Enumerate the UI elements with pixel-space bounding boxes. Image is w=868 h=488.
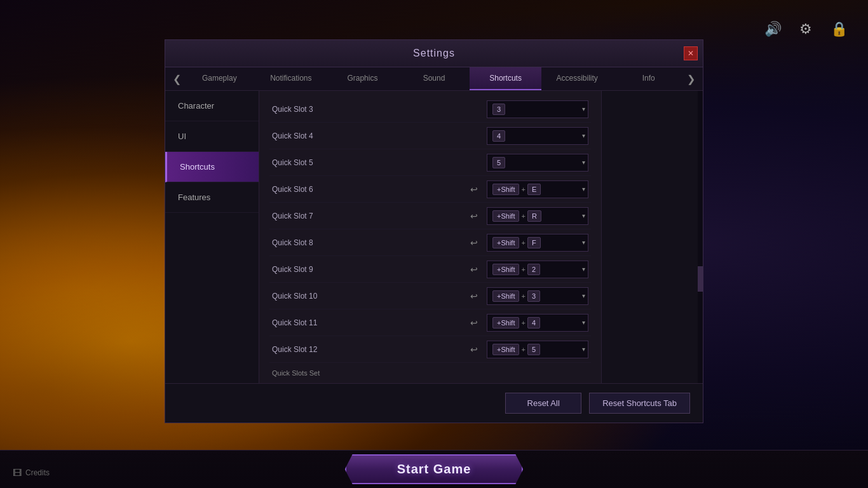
reset-icon-qs10[interactable]: ↩ xyxy=(466,288,482,304)
shortcut-row-qs5: Quick Slot 5 5 xyxy=(269,149,591,176)
close-button[interactable]: ✕ xyxy=(684,46,698,60)
key-binding-qs8[interactable]: +Shift + F xyxy=(487,234,588,252)
reset-icon-qs9[interactable]: ↩ xyxy=(466,262,482,277)
sidebar-item-ui[interactable]: UI xyxy=(165,121,259,152)
key-plus-qs12: + xyxy=(521,346,525,353)
content-scroll[interactable]: Quick Slot 3 3 Quick Slot 4 4 xyxy=(259,91,601,383)
key-tag-qs6-1: E xyxy=(527,184,541,195)
sidebar-item-features[interactable]: Features xyxy=(165,182,259,213)
key-binding-qs3[interactable]: 3 xyxy=(487,100,588,118)
shortcut-label-qs4: Quick Slot 4 xyxy=(272,132,487,140)
settings-modal: Settings ✕ ❮ Gameplay Notifications Grap… xyxy=(165,39,703,423)
reset-icon-qs7[interactable]: ↩ xyxy=(466,208,482,224)
shortcut-label-qs5: Quick Slot 5 xyxy=(272,158,487,167)
shortcut-label-qs8: Quick Slot 8 xyxy=(272,238,466,247)
shortcut-row-qs9: Quick Slot 9 ↩ +Shift + 2 xyxy=(269,256,591,283)
key-tag-qs9-1: 2 xyxy=(527,264,540,275)
shortcut-row-qs12: Quick Slot 12 ↩ +Shift + 5 xyxy=(269,336,591,363)
modal-header: Settings ✕ xyxy=(165,40,703,67)
key-tag-qs10-1: 3 xyxy=(527,290,540,302)
tab-arrow-right[interactable]: ❯ xyxy=(684,68,698,90)
key-tag-qs9-0: +Shift xyxy=(492,264,519,275)
modal-overlay: Settings ✕ ❮ Gameplay Notifications Grap… xyxy=(0,0,868,488)
tab-info[interactable]: Info xyxy=(613,67,684,90)
shortcut-label-qs12: Quick Slot 12 xyxy=(272,345,466,354)
shortcut-label-qs7: Quick Slot 7 xyxy=(272,212,466,220)
key-tag-qs6-0: +Shift xyxy=(492,184,519,195)
right-panel xyxy=(601,91,703,383)
key-tag-qs8-1: F xyxy=(527,237,541,248)
tab-accessibility[interactable]: Accessibility xyxy=(541,67,613,90)
key-plus-qs6: + xyxy=(521,186,525,193)
key-plus-qs8: + xyxy=(521,239,525,247)
key-binding-qs7[interactable]: +Shift + R xyxy=(487,207,588,225)
tab-bar: ❮ Gameplay Notifications Graphics Sound … xyxy=(165,67,703,91)
shortcut-row-qs3: Quick Slot 3 3 xyxy=(269,96,591,123)
shortcut-row-qs11: Quick Slot 11 ↩ +Shift + 4 xyxy=(269,309,591,336)
tab-sound[interactable]: Sound xyxy=(398,67,470,90)
key-plus-qs9: + xyxy=(521,266,525,273)
key-binding-qs9[interactable]: +Shift + 2 xyxy=(487,261,588,278)
key-binding-qs4[interactable]: 4 xyxy=(487,127,588,145)
shortcut-label-qs11: Quick Slot 11 xyxy=(272,318,466,327)
sidebar: Character UI Shortcuts Features xyxy=(165,91,259,383)
key-tag-qs7-1: R xyxy=(527,210,541,222)
modal-title: Settings xyxy=(413,48,455,58)
reset-icon-qs11[interactable]: ↩ xyxy=(466,315,482,330)
key-tag-qs11-0: +Shift xyxy=(492,317,519,329)
shortcut-row-qs10: Quick Slot 10 ↩ +Shift + 3 xyxy=(269,283,591,309)
key-plus-qs11: + xyxy=(521,319,525,327)
key-tag-qs11-1: 4 xyxy=(527,317,540,329)
right-scrollbar[interactable] xyxy=(698,91,703,383)
reset-icon-qs8[interactable]: ↩ xyxy=(466,235,482,250)
shortcut-label-qs10: Quick Slot 10 xyxy=(272,292,466,301)
reset-icon-qs6[interactable]: ↩ xyxy=(466,182,482,197)
tab-graphics[interactable]: Graphics xyxy=(327,67,398,90)
shortcut-label-qs3: Quick Slot 3 xyxy=(272,105,487,114)
shortcut-label-qs9: Quick Slot 9 xyxy=(272,265,466,274)
tab-notifications[interactable]: Notifications xyxy=(255,67,327,90)
key-tag-qs8-0: +Shift xyxy=(492,237,519,248)
shortcut-row-qs8: Quick Slot 8 ↩ +Shift + F xyxy=(269,229,591,256)
shortcut-row-qs6: Quick Slot 6 ↩ +Shift + E xyxy=(269,176,591,203)
key-binding-qs5[interactable]: 5 xyxy=(487,154,588,172)
section-label: Quick Slots Set xyxy=(269,363,591,379)
reset-icon-qs12[interactable]: ↩ xyxy=(466,342,482,357)
reset-all-button[interactable]: Reset All xyxy=(505,393,581,414)
scrollbar-thumb xyxy=(698,266,703,292)
key-tag-qs4-0: 4 xyxy=(492,130,505,142)
content-area: Quick Slot 3 3 Quick Slot 4 4 xyxy=(259,91,601,383)
sidebar-item-shortcuts[interactable]: Shortcuts xyxy=(165,152,259,182)
key-plus-qs7: + xyxy=(521,212,525,220)
key-tag-qs10-0: +Shift xyxy=(492,290,519,302)
reset-shortcuts-tab-button[interactable]: Reset Shortcuts Tab xyxy=(589,393,690,414)
key-tag-qs3-0: 3 xyxy=(492,104,505,115)
key-binding-qs12[interactable]: +Shift + 5 xyxy=(487,341,588,358)
tab-shortcuts[interactable]: Shortcuts xyxy=(470,67,541,90)
shortcut-label-qs6: Quick Slot 6 xyxy=(272,185,466,194)
shortcut-row-qs7: Quick Slot 7 ↩ +Shift + R xyxy=(269,203,591,229)
key-tag-qs12-0: +Shift xyxy=(492,344,519,355)
tab-gameplay[interactable]: Gameplay xyxy=(184,67,255,90)
key-binding-qs6[interactable]: +Shift + E xyxy=(487,180,588,198)
shortcut-row-qs4: Quick Slot 4 4 xyxy=(269,123,591,149)
key-tag-qs5-0: 5 xyxy=(492,157,505,168)
sidebar-item-character[interactable]: Character xyxy=(165,91,259,121)
key-plus-qs10: + xyxy=(521,292,525,300)
key-tag-qs12-1: 5 xyxy=(527,344,540,355)
key-tag-qs7-0: +Shift xyxy=(492,210,519,222)
key-binding-qs11[interactable]: +Shift + 4 xyxy=(487,314,588,332)
modal-footer: Reset All Reset Shortcuts Tab xyxy=(165,383,703,423)
key-binding-qs10[interactable]: +Shift + 3 xyxy=(487,287,588,305)
tab-arrow-left[interactable]: ❮ xyxy=(170,68,184,90)
modal-body: Character UI Shortcuts Features Quick Sl… xyxy=(165,91,703,383)
